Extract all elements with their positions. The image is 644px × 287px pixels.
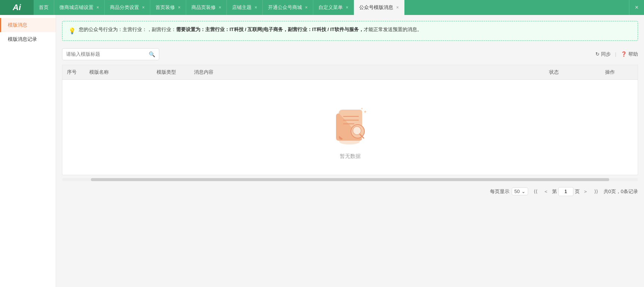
page-size-wrap: 每页显示 50 ⌄: [490, 187, 528, 195]
page-unit: 页: [575, 188, 580, 195]
page-total: 共0页，0条记录: [604, 188, 638, 195]
sidebar-item-template-msg[interactable]: 模版消息: [0, 18, 56, 32]
first-page-button[interactable]: ⟨⟨: [531, 187, 540, 196]
sidebar-item-template-msg-records[interactable]: 模版消息记录: [0, 32, 56, 46]
svg-point-5: [353, 126, 361, 135]
bulb-icon: 💡: [68, 26, 76, 36]
th-content: 消息内容: [189, 65, 545, 79]
empty-illustration: ✦ ✦: [328, 102, 373, 147]
divider: |: [615, 51, 616, 57]
empty-text: 暂无数据: [340, 153, 361, 160]
search-input[interactable]: [66, 51, 149, 57]
tab-category-settings[interactable]: 商品分类设置×: [105, 0, 150, 15]
page-size-select[interactable]: 50 ⌄: [512, 187, 528, 195]
page-size-value: 50: [514, 189, 520, 194]
search-actions: ↻ 同步 | ❓ 帮助: [595, 51, 638, 58]
sync-label: 同步: [601, 51, 611, 58]
sidebar: 模版消息模版消息记录: [0, 15, 56, 287]
tab-open-mall[interactable]: 开通公众号商城×: [263, 0, 313, 15]
tab-template-msg[interactable]: 公众号模版消息×: [354, 0, 404, 15]
th-action: 操作: [601, 65, 638, 79]
notice-text: 您的公众号行业为：主营行业：，副营行业：需要设置为：主营行业：IT科技 / 互联…: [79, 26, 422, 34]
svg-text:✦: ✦: [361, 107, 363, 110]
svg-text:✦: ✦: [363, 109, 367, 115]
data-table: 序号 模版名称 模版类型 消息内容 状态 操作: [62, 65, 638, 175]
table-header-row: 序号 模版名称 模版类型 消息内容 状态 操作: [62, 65, 638, 79]
help-icon: ❓: [621, 51, 627, 57]
tab-close-open-mall[interactable]: ×: [305, 5, 308, 10]
pagination: 每页显示 50 ⌄ ⟨⟨ ＜ 第 页 ＞ ⟩⟩ 共0页，0条记录: [62, 184, 638, 199]
page-nav: ⟨⟨ ＜ 第 页 ＞ ⟩⟩: [531, 187, 601, 196]
page-size-label: 每页显示: [490, 188, 509, 195]
scroll-thumb[interactable]: [91, 178, 609, 181]
search-input-wrap: 🔍: [62, 48, 159, 60]
tab-home[interactable]: 首页: [34, 0, 54, 15]
chevron-down-icon: ⌄: [521, 189, 526, 194]
page-prefix: 第: [552, 188, 557, 195]
page-number-input[interactable]: [558, 187, 573, 196]
top-nav: Ai 首页微商城店铺设置×商品分类设置×首页装修×商品页装修×店铺主题×开通公众…: [0, 0, 644, 15]
horizontal-scrollbar[interactable]: [62, 178, 638, 181]
notice-banner: 💡 您的公众号行业为：主营行业：，副营行业：需要设置为：主营行业：IT科技 / …: [62, 21, 638, 41]
search-icon[interactable]: 🔍: [149, 51, 155, 57]
search-bar: 🔍 ↻ 同步 | ❓ 帮助: [62, 48, 638, 60]
th-seq: 序号: [62, 65, 85, 79]
close-all-button[interactable]: ×: [629, 0, 644, 15]
tab-close-custom-menu[interactable]: ×: [346, 5, 348, 10]
last-page-button[interactable]: ⟩⟩: [592, 187, 601, 196]
sync-icon: ↻: [595, 51, 600, 57]
tab-shop-theme[interactable]: 店铺主题×: [227, 0, 263, 15]
content-area: 💡 您的公众号行业为：主营行业：，副营行业：需要设置为：主营行业：IT科技 / …: [56, 15, 644, 287]
prev-page-button[interactable]: ＜: [542, 187, 551, 196]
app-logo: Ai: [0, 0, 34, 15]
th-status: 状态: [545, 65, 601, 79]
sync-button[interactable]: ↻ 同步: [595, 51, 611, 58]
tab-close-shop-settings[interactable]: ×: [96, 5, 99, 10]
tab-close-category-settings[interactable]: ×: [142, 5, 145, 10]
th-type: 模版类型: [152, 65, 189, 79]
next-page-button[interactable]: ＞: [581, 187, 590, 196]
empty-state: ✦ ✦ 暂无数据: [62, 80, 638, 175]
tab-list: 首页微商城店铺设置×商品分类设置×首页装修×商品页装修×店铺主题×开通公众号商城…: [34, 0, 629, 15]
help-label: 帮助: [628, 51, 638, 58]
tab-close-template-msg[interactable]: ×: [396, 5, 399, 10]
tab-custom-menu[interactable]: 自定义菜单×: [313, 0, 354, 15]
th-name: 模版名称: [85, 65, 152, 79]
tab-close-home-decor[interactable]: ×: [178, 5, 181, 10]
tab-product-decor[interactable]: 商品页装修×: [186, 0, 227, 15]
tab-home-decor[interactable]: 首页装修×: [150, 0, 186, 15]
help-button[interactable]: ❓ 帮助: [621, 51, 638, 58]
tab-close-product-decor[interactable]: ×: [219, 5, 221, 10]
tab-shop-settings[interactable]: 微商城店铺设置×: [54, 0, 105, 15]
main-layout: 模版消息模版消息记录 💡 您的公众号行业为：主营行业：，副营行业：需要设置为：主…: [0, 15, 644, 287]
tab-close-shop-theme[interactable]: ×: [255, 5, 257, 10]
